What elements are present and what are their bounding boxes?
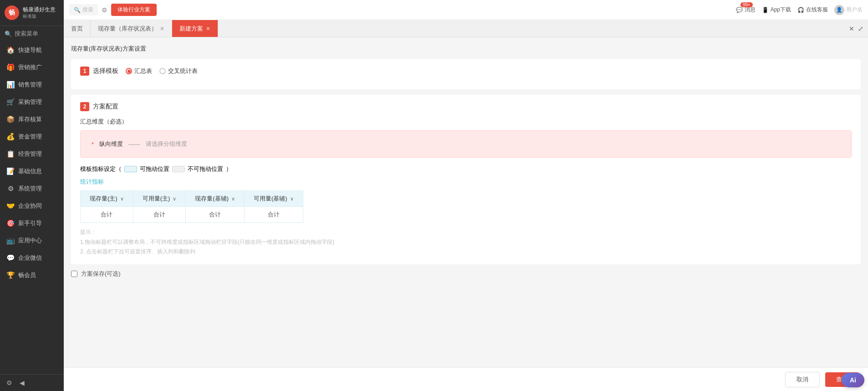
- bottombar: 取消 查询: [64, 367, 868, 391]
- tv-icon: 📺: [6, 237, 15, 245]
- col-header-0[interactable]: 现存量(主) ∨: [81, 191, 133, 207]
- content-area: 现存量(库存状况表)方案设置 1 选择模板 汇总表 交叉统计表: [64, 37, 868, 367]
- handshake-icon: 🤝: [6, 202, 15, 210]
- phone-icon: 📱: [762, 7, 769, 13]
- app-logo-icon: 畅: [5, 5, 19, 20]
- save-checkbox[interactable]: [71, 271, 77, 277]
- search-icon: 🔍: [74, 7, 81, 13]
- col-label-1: 可用量(主): [143, 195, 170, 203]
- col-chevron-0[interactable]: ∨: [120, 196, 124, 202]
- section1-header: 1 选择模板 汇总表 交叉统计表: [80, 67, 852, 76]
- radio-cross[interactable]: 交叉统计表: [159, 67, 198, 75]
- sidebar-item-basic-info[interactable]: 📝 基础信息: [0, 163, 64, 180]
- sidebar-search[interactable]: 🔍 搜索菜单: [0, 26, 64, 41]
- dim-label: 纵向维度: [99, 140, 123, 148]
- tips-title: 提示：: [80, 229, 97, 235]
- search-text: 搜索: [82, 6, 93, 14]
- user-name: 用户名: [846, 6, 863, 14]
- indicator-label: 模板指标设定（: [80, 165, 122, 173]
- col-chevron-3[interactable]: ∨: [290, 196, 294, 202]
- col-chevron-1[interactable]: ∨: [173, 196, 176, 202]
- sidebar-item-system[interactable]: ⚙ 系统管理: [0, 180, 64, 197]
- save-label: 方案保存(可选): [81, 270, 121, 278]
- trial-btn[interactable]: 体验行业方案: [111, 4, 157, 16]
- col-label-3: 可用量(基辅): [254, 195, 287, 203]
- col-header-1[interactable]: 可用量(主) ∨: [133, 191, 186, 207]
- ai-float-button[interactable]: Ai: [842, 373, 864, 387]
- radio-summary-circle: [126, 68, 132, 74]
- section2-header: 2 方案配置: [80, 102, 852, 111]
- settings-icon[interactable]: ⚙: [6, 379, 12, 386]
- section2-title: 方案配置: [93, 103, 118, 111]
- sidebar-item-label: 采购管理: [18, 98, 42, 106]
- tab-home[interactable]: 首页: [64, 20, 91, 37]
- tab-inventory-close[interactable]: ✕: [160, 26, 164, 32]
- radio-cross-circle: [159, 68, 166, 74]
- user-menu[interactable]: 👤 用户名: [834, 5, 863, 15]
- sidebar-item-label: 基础信息: [18, 167, 42, 175]
- chat-icon: 💬: [6, 254, 15, 262]
- sidebar-footer: ⚙ ◀: [0, 374, 64, 391]
- tab-new-close[interactable]: ✕: [206, 26, 210, 32]
- col-header-2[interactable]: 现存量(基辅) ∨: [186, 191, 245, 207]
- topbar-gear-icon[interactable]: ⚙: [102, 6, 107, 14]
- message-badge: 99+: [740, 2, 753, 7]
- fixed-legend-box: [172, 166, 185, 172]
- col-chevron-2[interactable]: ∨: [231, 196, 235, 202]
- cart-icon: 🛒: [6, 98, 15, 106]
- tip-item-2: 2. 点击标题栏下拉可设置排序、插入列和删除列: [80, 247, 852, 257]
- tip-item-2-text: 2. 点击标题栏下拉可设置排序、插入列和删除列: [80, 248, 195, 255]
- legend-fixed-label: 不可拖动位置: [188, 165, 223, 173]
- sidebar-item-label: 经营管理: [18, 150, 42, 158]
- message-btn[interactable]: 💬 消息 99+: [736, 6, 756, 14]
- sidebar-logo: 畅 畅康通好生意 标准版: [0, 0, 64, 26]
- sidebar-item-label: 畅会员: [18, 271, 36, 279]
- close-panel-icon[interactable]: ✕: [849, 25, 854, 32]
- sidebar-item-app-center[interactable]: 📺 应用中心: [0, 232, 64, 249]
- sidebar-item-sales[interactable]: 📊 销售管理: [0, 76, 64, 93]
- col-header-3[interactable]: 可用量(基辅) ∨: [245, 191, 303, 207]
- section-config: 2 方案配置 汇总维度（必选） * 纵向维度 —— 请选择分组维度 模板指标设定…: [71, 95, 861, 264]
- stat-table-header-row: 现存量(主) ∨ 可用量(主) ∨ 现存量(基辅: [81, 191, 303, 207]
- collapse-icon[interactable]: ◀: [20, 379, 25, 386]
- app-download-btn[interactable]: 📱 App下载: [762, 6, 791, 14]
- topbar-search[interactable]: 🔍 搜索: [69, 4, 98, 15]
- headset-icon: 🎧: [797, 7, 804, 13]
- sidebar-item-label: 快捷导航: [18, 46, 42, 54]
- radio-summary[interactable]: 汇总表: [126, 67, 152, 75]
- cell-2: 合计: [186, 207, 245, 223]
- tip-item-1: 1.拖动标题栏可以调整布局，不可跨维度或指标区域拖动栏目字段(只能在同一维度或指…: [80, 237, 852, 247]
- tab-new-scheme[interactable]: 新建方案 ✕: [172, 20, 218, 37]
- message-icon: 💬: [736, 7, 743, 13]
- tab-inventory[interactable]: 现存量（库存状况表） ✕: [91, 20, 172, 37]
- sidebar-item-inventory[interactable]: 📦 库存核算: [0, 111, 64, 128]
- sidebar-item-operations[interactable]: 📋 经营管理: [0, 145, 64, 163]
- sidebar-item-purchase[interactable]: 🛒 采购管理: [0, 93, 64, 111]
- dim-placeholder[interactable]: 请选择分组维度: [146, 140, 187, 148]
- col-label-2: 现存量(基辅): [195, 195, 229, 203]
- sidebar-item-enterprise[interactable]: 🤝 企业协同: [0, 197, 64, 215]
- sidebar-item-member[interactable]: 🏆 畅会员: [0, 267, 64, 284]
- summary-dim-label: 汇总维度（必选）: [80, 118, 852, 126]
- online-service-btn[interactable]: 🎧 在线客服: [797, 6, 828, 14]
- section1-title: 选择模板: [93, 67, 118, 75]
- app-edition: 标准版: [23, 13, 56, 20]
- cancel-button[interactable]: 取消: [785, 372, 820, 387]
- sidebar-item-finance[interactable]: 💰 资金管理: [0, 128, 64, 145]
- sidebar-item-quicknav[interactable]: 🏠 快捷导航: [0, 41, 64, 59]
- app-name: 畅康通好生意: [23, 6, 56, 14]
- radio-summary-label: 汇总表: [134, 67, 152, 75]
- topbar-right: 💬 消息 99+ 📱 App下载 🎧 在线客服 👤 用户名: [736, 5, 863, 15]
- sidebar-item-guide[interactable]: 🎯 新手引导: [0, 215, 64, 232]
- sidebar-item-marketing[interactable]: 🎁 营销推广: [0, 59, 64, 76]
- chart-icon: 📊: [6, 81, 15, 89]
- main-area: 🔍 搜索 ⚙ 体验行业方案 💬 消息 99+ 📱 App下载 🎧 在线客服 👤: [64, 0, 868, 391]
- sidebar-item-label: 企业协同: [18, 202, 42, 210]
- tips-section: 提示： 1.拖动标题栏可以调整布局，不可跨维度或指标区域拖动栏目字段(只能在同一…: [80, 227, 852, 257]
- sidebar-item-wechat[interactable]: 💬 企业微信: [0, 249, 64, 267]
- required-mark: *: [92, 141, 94, 148]
- expand-icon[interactable]: ⤢: [858, 25, 863, 32]
- radio-cross-label: 交叉统计表: [168, 67, 198, 75]
- tabbar-controls: ✕ ⤢: [844, 20, 868, 37]
- sidebar: 畅 畅康通好生意 标准版 🔍 搜索菜单 🏠 快捷导航 🎁 营销推广 📊 销售管理…: [0, 0, 64, 391]
